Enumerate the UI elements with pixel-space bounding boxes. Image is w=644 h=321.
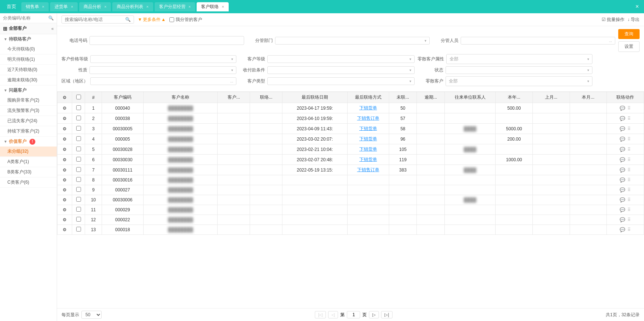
nav-home[interactable]: 首页	[3, 2, 20, 11]
last-page-btn[interactable]: ▷|	[381, 311, 392, 318]
chat-icon[interactable]: 💬	[620, 116, 625, 121]
sidebar-item-hoarding[interactable]: 囤购异常客户(2)	[0, 95, 57, 106]
sidebar-group-pending[interactable]: ▼ 待联络客户	[0, 34, 57, 44]
contact-type-link[interactable]: 下销货单	[359, 136, 377, 141]
chat-icon[interactable]: 💬	[620, 167, 625, 173]
first-page-btn[interactable]: |◁	[315, 311, 326, 318]
td-check[interactable]	[72, 205, 85, 215]
th-overdue[interactable]: 逾期...	[417, 92, 444, 103]
chat-icon[interactable]: 💬	[620, 217, 625, 222]
td-check[interactable]	[72, 103, 85, 113]
row-checkbox[interactable]	[76, 227, 81, 232]
contact-type-link[interactable]: 下销货单	[359, 147, 377, 152]
td-gear[interactable]: ⚙	[57, 225, 72, 235]
td-gear[interactable]: ⚙	[57, 103, 72, 113]
th-last-contact-type[interactable]: 最后联络方式	[347, 92, 389, 103]
main-search-input[interactable]	[65, 17, 124, 22]
row-checkbox[interactable]	[76, 126, 81, 131]
row-checkbox[interactable]	[76, 157, 81, 162]
my-customers-input[interactable]	[169, 17, 174, 22]
sidebar-item-b-class[interactable]: B类客户(33)	[0, 167, 57, 177]
td-check[interactable]	[72, 134, 85, 144]
td-check[interactable]	[72, 185, 85, 195]
td-check[interactable]	[72, 155, 85, 165]
export-btn[interactable]: ↓ 导出	[627, 17, 640, 23]
reset-button[interactable]: 设置	[618, 41, 640, 52]
th-no-contact[interactable]: 未联...	[389, 92, 416, 103]
more-icon[interactable]: ⠿	[627, 187, 631, 193]
nav-tab-customer-contact[interactable]: 客户联络 ×	[197, 2, 228, 11]
td-gear[interactable]: ⚙	[57, 113, 72, 124]
chat-icon[interactable]: 💬	[620, 187, 625, 193]
row-checkbox[interactable]	[76, 187, 81, 192]
close-analysis-list-tab[interactable]: ×	[146, 4, 148, 9]
td-check[interactable]	[72, 113, 85, 124]
sidebar-item-today[interactable]: 今天待联络(0)	[0, 44, 57, 54]
chat-icon[interactable]: 💬	[620, 207, 625, 212]
row-checkbox[interactable]	[76, 105, 81, 110]
sidebar-group-value[interactable]: ▼ 价值客户 !	[0, 137, 57, 147]
chat-icon[interactable]: 💬	[620, 157, 625, 162]
nature-select[interactable]: ▾	[89, 66, 236, 74]
price-level-select[interactable]: ▾	[90, 55, 236, 63]
main-search-icon[interactable]: 🔍	[125, 17, 131, 22]
nav-tab-purchase[interactable]: 进货单 ×	[50, 2, 77, 11]
td-check[interactable]	[72, 195, 85, 205]
close-purchase-tab[interactable]: ×	[71, 4, 73, 9]
next-page-btn[interactable]: ▷	[369, 311, 379, 318]
td-gear[interactable]: ⚙	[57, 134, 72, 144]
td-gear[interactable]: ⚙	[57, 175, 72, 185]
status-select[interactable]: ▾	[446, 66, 592, 74]
more-icon[interactable]: ⠿	[627, 126, 631, 131]
manager-select[interactable]: ...	[461, 37, 615, 45]
th-type[interactable]: 客户...	[218, 92, 250, 103]
sidebar-item-overdue[interactable]: 逾期未联络(30)	[0, 75, 57, 85]
sidebar-search-icon[interactable]: 🔍	[48, 15, 54, 21]
td-gear[interactable]: ⚙	[57, 144, 72, 155]
retail-customer-select[interactable]: 全部▾	[446, 76, 592, 86]
chat-icon[interactable]: 💬	[620, 227, 625, 232]
customer-type-select[interactable]: ▾	[267, 77, 414, 85]
more-icon[interactable]: ⠿	[627, 137, 631, 142]
select-all-checkbox[interactable]	[76, 95, 81, 99]
close-segment-tab[interactable]: ×	[189, 4, 191, 9]
more-icon[interactable]: ⠿	[627, 197, 631, 202]
more-filters-btn[interactable]: ▼ 更多条件 ▲	[138, 17, 166, 23]
nav-tab-sales[interactable]: 销售单 ×	[21, 2, 49, 11]
contact-type-link[interactable]: 下销货单	[359, 105, 377, 110]
more-icon[interactable]: ⠿	[627, 217, 631, 222]
close-analysis-tab[interactable]: ×	[104, 4, 106, 9]
chat-icon[interactable]: 💬	[620, 177, 625, 183]
sidebar-item-a-class[interactable]: A类客户(1)	[0, 157, 57, 167]
td-gear[interactable]: ⚙	[57, 195, 72, 205]
payment-select[interactable]: ▾	[267, 66, 414, 74]
collapse-sidebar-icon[interactable]: «	[51, 26, 54, 31]
chat-icon[interactable]: 💬	[620, 106, 625, 111]
contact-type-link[interactable]: 下销货单	[359, 126, 377, 131]
close-contact-tab[interactable]: ×	[222, 4, 224, 9]
chat-icon[interactable]: 💬	[620, 197, 625, 202]
row-checkbox[interactable]	[76, 116, 81, 120]
td-check[interactable]	[72, 175, 85, 185]
row-checkbox[interactable]	[76, 177, 81, 182]
more-icon[interactable]: ⠿	[627, 227, 631, 232]
sidebar-item-week[interactable]: 近7天待联络(0)	[0, 65, 57, 75]
td-check[interactable]	[72, 225, 85, 235]
dept-select[interactable]: ▾	[275, 37, 430, 45]
phone-input[interactable]	[89, 36, 244, 45]
th-this-year[interactable]: 本年...	[496, 92, 533, 103]
sidebar-item-churn-warning[interactable]: 流失预警客户(3)	[0, 106, 57, 116]
batch-operations-btn[interactable]: ☑ 批量操作	[602, 17, 624, 23]
td-gear[interactable]: ⚙	[57, 205, 72, 215]
row-checkbox[interactable]	[76, 217, 81, 222]
more-icon[interactable]: ⠿	[627, 147, 631, 152]
contact-type-link[interactable]: 下销货单	[359, 157, 377, 162]
th-last-month[interactable]: 上月...	[532, 92, 570, 103]
search-button[interactable]: 查询	[618, 29, 640, 39]
chat-icon[interactable]: 💬	[620, 137, 625, 142]
retail-attr-select[interactable]: 全部▾	[446, 54, 592, 64]
sidebar-item-declining[interactable]: 持续下滑客户(2)	[0, 126, 57, 137]
row-checkbox[interactable]	[76, 197, 81, 202]
td-check[interactable]	[72, 144, 85, 155]
page-size-select[interactable]: 50 100 200	[81, 311, 102, 319]
